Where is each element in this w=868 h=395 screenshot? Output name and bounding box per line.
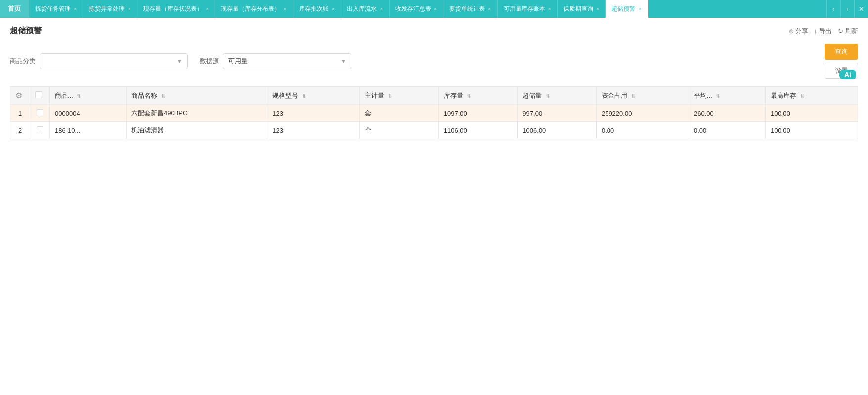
tab-close-icon[interactable]: × xyxy=(488,6,491,12)
page-title: 超储预警 xyxy=(10,26,42,36)
nav-tab-6[interactable]: 收发存汇总表× xyxy=(390,0,443,18)
header-actions: ⎋ 分享 ↓ 导出 ↻ 刷新 xyxy=(789,27,859,36)
nav-tab-10[interactable]: 超储预警× xyxy=(606,0,648,18)
row-max-stock: 100.00 xyxy=(765,105,858,122)
settings-gear-icon[interactable]: ⚙ xyxy=(15,91,22,100)
export-icon: ↓ xyxy=(814,27,818,35)
row-unit: 个 xyxy=(360,122,439,139)
header-checkbox[interactable] xyxy=(35,91,42,98)
sort-icon-code: ⇅ xyxy=(77,93,81,99)
tab-close-icon[interactable]: × xyxy=(128,6,130,12)
tab-close-icon[interactable]: × xyxy=(596,6,599,12)
nav-tab-3[interactable]: 现存量（库存分布表）× xyxy=(215,0,293,18)
filter-datasource: 数据源 可用量 ▼ xyxy=(200,53,351,69)
tab-close-icon[interactable]: × xyxy=(283,6,286,12)
row-index: 1 xyxy=(10,105,30,122)
tab-label: 出入库流水 xyxy=(347,5,377,13)
table-row: 2 186-10... 机油滤清器 123 个 1106.00 1006.00 … xyxy=(10,122,858,139)
row-unit: 套 xyxy=(360,105,439,122)
row-product-code: 0000004 xyxy=(50,105,127,122)
sort-icon-stock: ⇅ xyxy=(467,93,471,99)
row-capital: 259220.00 xyxy=(596,105,689,122)
tab-label: 收发存汇总表 xyxy=(395,5,431,13)
refresh-label: 刷新 xyxy=(845,27,858,36)
datasource-value: 可用量 xyxy=(228,57,248,66)
category-chevron-icon: ▼ xyxy=(177,58,182,64)
tab-close-icon[interactable]: × xyxy=(434,6,437,12)
export-label: 导出 xyxy=(819,27,832,36)
tab-label: 库存批次账 xyxy=(299,5,329,13)
nav-tab-1[interactable]: 拣货异常处理× xyxy=(83,0,137,18)
col-avg[interactable]: 平均... ⇅ xyxy=(689,87,765,105)
tab-label: 现存量（库存状况表） xyxy=(143,5,203,13)
table-header-row: ⚙ 商品... ⇅ 商品名称 ⇅ 规格型号 ⇅ 主计量 ⇅ 库存量 ⇅ 超储量 … xyxy=(10,87,858,105)
sort-icon-name: ⇅ xyxy=(161,93,165,99)
sort-icon-avg: ⇅ xyxy=(716,93,720,99)
filter-category: 商品分类 ▼ xyxy=(10,53,188,69)
nav-tab-0[interactable]: 拣货任务管理× xyxy=(29,0,83,18)
tab-close-icon[interactable]: × xyxy=(332,6,335,12)
tab-label: 保质期查询 xyxy=(564,5,593,13)
row-index: 2 xyxy=(10,122,30,139)
tab-close-icon[interactable]: × xyxy=(74,6,77,12)
datasource-chevron-icon: ▼ xyxy=(341,58,346,64)
nav-tab-9[interactable]: 保质期查询× xyxy=(558,0,606,18)
row-stock: 1106.00 xyxy=(438,122,518,139)
ai-badge[interactable]: Ai xyxy=(839,70,856,79)
row-product-code: 186-10... xyxy=(50,122,127,139)
col-checkbox-header xyxy=(30,87,50,105)
col-settings[interactable]: ⚙ xyxy=(10,87,30,105)
tab-label: 要货单统计表 xyxy=(449,5,485,13)
col-capital[interactable]: 资金占用 ⇅ xyxy=(596,87,689,105)
export-button[interactable]: ↓ 导出 xyxy=(814,27,832,36)
row-checkbox[interactable] xyxy=(37,126,43,133)
category-select[interactable]: ▼ xyxy=(40,53,188,69)
col-stock[interactable]: 库存量 ⇅ xyxy=(438,87,518,105)
sort-icon-maxstock: ⇅ xyxy=(800,93,804,99)
row-checkbox[interactable] xyxy=(37,109,43,116)
row-capital: 0.00 xyxy=(596,122,689,139)
tab-close-icon[interactable]: × xyxy=(638,6,641,12)
row-overstock: 1006.00 xyxy=(518,122,597,139)
row-max-stock: 100.00 xyxy=(765,122,858,139)
tab-close-icon[interactable]: × xyxy=(548,6,551,12)
nav-tab-5[interactable]: 出入库流水× xyxy=(341,0,389,18)
col-product-name[interactable]: 商品名称 ⇅ xyxy=(126,87,267,105)
nav-home[interactable]: 首页 xyxy=(0,0,29,18)
nav-arrow-close[interactable]: ✕ xyxy=(854,0,868,18)
row-spec: 123 xyxy=(267,105,360,122)
tab-close-icon[interactable]: × xyxy=(380,6,383,12)
col-unit[interactable]: 主计量 ⇅ xyxy=(360,87,439,105)
share-button[interactable]: ⎋ 分享 xyxy=(789,27,808,36)
share-icon: ⎋ xyxy=(789,27,793,35)
sort-icon-capital: ⇅ xyxy=(631,93,635,99)
col-overstock[interactable]: 超储量 ⇅ xyxy=(518,87,597,105)
tab-close-icon[interactable]: × xyxy=(206,6,209,12)
col-max-stock[interactable]: 最高库存 ⇅ xyxy=(765,87,858,105)
top-nav: 首页 拣货任务管理×拣货异常处理×现存量（库存状况表）×现存量（库存分布表）×库… xyxy=(0,0,868,18)
nav-arrow-right[interactable]: › xyxy=(840,0,854,18)
row-overstock: 997.00 xyxy=(518,105,597,122)
nav-tab-8[interactable]: 可用量库存账本× xyxy=(498,0,558,18)
category-label: 商品分类 xyxy=(10,57,36,66)
nav-tab-4[interactable]: 库存批次账× xyxy=(293,0,341,18)
nav-arrow-left[interactable]: ‹ xyxy=(826,0,840,18)
col-product-code[interactable]: 商品... ⇅ xyxy=(50,87,127,105)
query-button[interactable]: 查询 xyxy=(825,44,858,60)
home-label: 首页 xyxy=(8,4,21,13)
datasource-select[interactable]: 可用量 ▼ xyxy=(223,53,351,69)
tab-label: 现存量（库存分布表） xyxy=(221,5,280,13)
refresh-icon: ↻ xyxy=(838,27,843,35)
page-content: 超储预警 ⎋ 分享 ↓ 导出 ↻ 刷新 商品分类 xyxy=(0,18,868,147)
row-product-name: 六配套新昌490BPG xyxy=(126,105,267,122)
data-table: ⚙ 商品... ⇅ 商品名称 ⇅ 规格型号 ⇅ 主计量 ⇅ 库存量 ⇅ 超储量 … xyxy=(10,86,858,139)
tab-label: 拣货任务管理 xyxy=(35,5,71,13)
sort-icon-unit: ⇅ xyxy=(388,93,392,99)
nav-tab-7[interactable]: 要货单统计表× xyxy=(443,0,497,18)
col-spec[interactable]: 规格型号 ⇅ xyxy=(267,87,360,105)
tab-label: 可用量库存账本 xyxy=(504,5,545,13)
tab-label: 拣货异常处理 xyxy=(89,5,125,13)
nav-tab-2[interactable]: 现存量（库存状况表）× xyxy=(137,0,215,18)
refresh-button[interactable]: ↻ 刷新 xyxy=(838,27,858,36)
row-product-name: 机油滤清器 xyxy=(126,122,267,139)
